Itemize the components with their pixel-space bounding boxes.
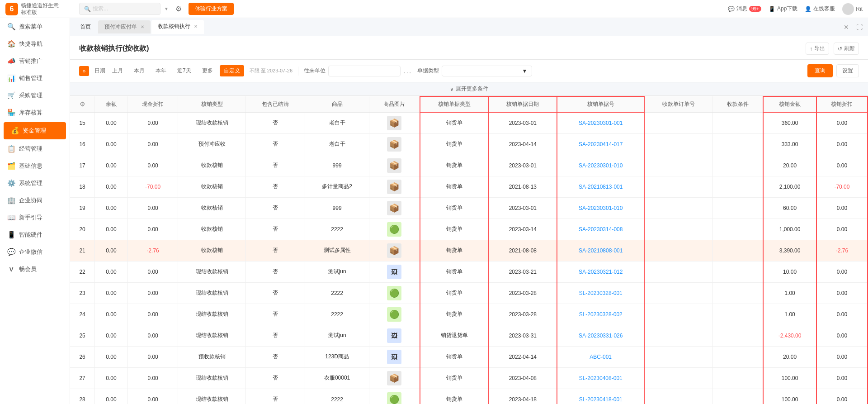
td-verify-bill-type: 销货单	[420, 176, 489, 197]
td-verify-type: 现结收款核销	[178, 112, 246, 133]
expand-more-conditions-button[interactable]: ∨ 展开更多条件	[450, 85, 488, 93]
td-cash-discount: -2.76	[127, 240, 178, 261]
td-goods: 测试jun	[305, 261, 369, 282]
td-balance: 0.00	[95, 133, 128, 155]
filter-toggle-button[interactable]: »	[79, 66, 89, 76]
verify-no-link[interactable]: SA-20230314-008	[579, 226, 623, 233]
tab-prepay[interactable]: 预付冲应付单 ✕	[98, 20, 151, 33]
verify-no-link[interactable]: SL-20230418-001	[579, 396, 623, 403]
verify-no-link[interactable]: SA-20230331-026	[579, 333, 623, 339]
sidebar-item-marketing[interactable]: 📣 营销推广	[0, 52, 70, 70]
sidebar-item-purchase[interactable]: 🛒 采购管理	[0, 87, 70, 104]
app-download-button[interactable]: 📱 App下载	[769, 5, 797, 13]
th-verify-no: 核销单据号	[557, 96, 644, 112]
tab-collection-close-icon[interactable]: ✕	[194, 24, 198, 29]
td-row-num: 15	[70, 112, 95, 133]
sidebar-item-sales[interactable]: 📊 销售管理	[0, 70, 70, 87]
sidebar-item-system[interactable]: ⚙️ 系统管理	[0, 175, 70, 192]
th-balance: 余额	[95, 96, 128, 112]
td-verify-type: 收款核销	[178, 176, 246, 197]
product-image: 🟢	[387, 222, 401, 237]
sidebar-item-quick-nav[interactable]: 🏠 快捷导航	[0, 35, 70, 52]
td-balance: 0.00	[95, 346, 128, 367]
verify-no-link[interactable]: SA-20210813-001	[579, 184, 623, 190]
maximize-icon[interactable]: ⛶	[854, 22, 864, 33]
sidebar-item-guide[interactable]: 📖 新手引导	[0, 209, 70, 226]
tab-collection[interactable]: 收款核销执行 ✕	[151, 20, 204, 34]
close-window-icon[interactable]: ✕	[842, 22, 851, 33]
td-balance: 0.00	[95, 112, 128, 133]
td-goods-img: 📦	[369, 240, 420, 261]
sidebar-item-member[interactable]: V 畅会员	[0, 261, 70, 278]
gear-button[interactable]: ⚙	[172, 3, 185, 15]
column-settings-icon[interactable]: ⚙	[80, 100, 85, 108]
td-verify-discount: 0.00	[816, 133, 868, 155]
td-include-settled: 否	[246, 197, 305, 219]
verify-no-link[interactable]: SA-20230301-001	[579, 120, 623, 126]
verify-no-link[interactable]: SA-20230301-010	[579, 205, 623, 211]
verify-no-link[interactable]: SL-20230328-002	[579, 311, 623, 318]
last-7days-btn[interactable]: 近7天	[173, 65, 195, 76]
verify-no-link[interactable]: SA-20230301-010	[579, 162, 623, 169]
verify-no-link[interactable]: SL-20230408-001	[579, 375, 623, 381]
sidebar-item-hardware[interactable]: 📱 智能硬件	[0, 226, 70, 243]
td-verify-discount: -2.76	[816, 240, 868, 261]
verify-no-link[interactable]: SA-20210808-001	[579, 247, 623, 254]
date-range-text: 不限 至 2023-07-26	[250, 67, 292, 74]
refresh-button[interactable]: ↺ 刷新	[834, 43, 859, 55]
table-row: 26 0.00 0.00 预收款核销 否 123D商品 🖼 销货单 2022-0…	[70, 346, 868, 367]
td-verify-no: ABC-001	[557, 346, 644, 367]
sidebar-item-search-menu[interactable]: 🔍 搜索菜单	[0, 18, 70, 35]
verify-no-link[interactable]: SL-20230328-001	[579, 290, 623, 296]
top-bar-center: 🔍 搜索... ▼ ⚙ 休验行业方案	[79, 3, 724, 15]
tab-prepay-close-icon[interactable]: ✕	[141, 24, 144, 29]
custom-date-btn[interactable]: 自定义	[220, 65, 244, 76]
this-month-btn[interactable]: 本月	[130, 65, 149, 76]
this-year-btn[interactable]: 本年	[151, 65, 170, 76]
sidebar-item-corp[interactable]: 🏢 企业协同	[0, 192, 70, 209]
td-balance: 0.00	[95, 197, 128, 219]
td-goods: 2222	[305, 219, 369, 240]
th-verify-discount: 核销折扣	[816, 96, 868, 112]
product-image: 🖼	[387, 265, 401, 279]
sidebar-item-basic-info[interactable]: 🗂️ 基础信息	[0, 157, 70, 175]
industry-solution-button[interactable]: 休验行业方案	[189, 3, 234, 15]
verify-no-link[interactable]: SA-20230321-012	[579, 269, 623, 275]
th-verify-date: 核销单据日期	[488, 96, 557, 112]
logo-icon: 6	[5, 3, 18, 15]
verify-no-link[interactable]: ABC-001	[590, 354, 612, 360]
system-icon: ⚙️	[7, 179, 15, 187]
td-row-num: 28	[70, 389, 95, 404]
table-body: 15 0.00 0.00 现结收款核销 否 老白干 📦 销货单 2023-03-…	[70, 112, 868, 404]
th-gear: ⚙	[70, 96, 95, 112]
sidebar-item-operation[interactable]: 📋 经营管理	[0, 140, 70, 157]
dropdown-arrow-icon[interactable]: ▼	[164, 6, 169, 11]
td-cash-discount: 0.00	[127, 133, 178, 155]
sidebar-item-inventory[interactable]: 🏪 库存核算	[0, 104, 70, 121]
td-row-num: 27	[70, 367, 95, 389]
verify-no-link[interactable]: SA-20230414-017	[579, 141, 623, 147]
td-verify-date: 2023-04-08	[488, 367, 557, 389]
party-input[interactable]	[328, 66, 401, 76]
page-content: 收款核销执行(按收款) ↑ 导出 ↺ 刷新 »	[70, 36, 868, 404]
query-button[interactable]: 查询	[807, 64, 833, 77]
top-search[interactable]: 🔍 搜索...	[79, 3, 160, 15]
online-service-button[interactable]: 👤 在线客服	[805, 5, 835, 13]
bill-type-select[interactable]: ▼	[442, 66, 532, 76]
user-info[interactable]: Rit	[842, 3, 863, 15]
tab-home[interactable]: 首页	[74, 20, 97, 33]
sidebar-item-finance[interactable]: 💰 资金管理	[4, 122, 66, 139]
date-filter-section: 日期 上月 本月 本年 近7天 更多 自定义	[94, 65, 244, 76]
export-button[interactable]: ↑ 导出	[806, 43, 829, 55]
message-button[interactable]: 💬 消息 99+	[728, 5, 761, 13]
date-range-display: 不限 至 2023-07-26	[250, 67, 292, 74]
more-date-btn[interactable]: 更多	[198, 65, 217, 76]
table-row: 25 0.00 0.00 现结收款核销 否 测试jun 🖼 销货退货单 2023…	[70, 325, 868, 346]
last-month-btn[interactable]: 上月	[108, 65, 127, 76]
table-container[interactable]: ⚙ 余额 现金折扣 核销类型 包含已结清 商品 商品图片 核销单据类型 核销单据…	[70, 96, 868, 404]
settings-button[interactable]: 设置	[836, 64, 859, 77]
product-image: 📦	[387, 243, 401, 258]
td-verify-amount: -2,430.00	[763, 325, 816, 346]
td-collection-order	[644, 112, 712, 133]
sidebar-item-wechat[interactable]: 💬 企业微信	[0, 243, 70, 261]
